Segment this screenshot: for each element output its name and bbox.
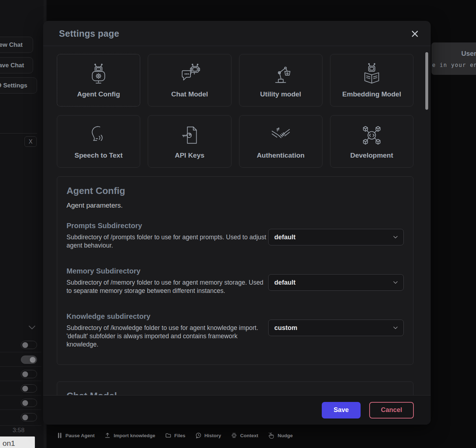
robot-book-icon (361, 62, 383, 86)
history-clock-icon (195, 432, 202, 439)
knowledge-subdirectory-select[interactable]: custom (268, 320, 404, 336)
history-button[interactable]: History (195, 432, 221, 439)
nav-card-label: Development (350, 151, 393, 159)
chevron-down-icon (393, 281, 398, 284)
close-icon[interactable] (409, 28, 421, 40)
save-chat-button[interactable]: ave Chat (0, 57, 33, 73)
toggle-row (0, 338, 41, 352)
toggle-switch[interactable] (21, 341, 37, 349)
chat-robot-icon (178, 62, 201, 86)
nudge-button[interactable]: Nudge (268, 432, 293, 439)
section-subtitle: Agent parameters. (67, 202, 404, 209)
robot-arm-icon (270, 62, 292, 86)
nav-card-development[interactable]: Development (330, 115, 413, 168)
nav-card-label: Agent Config (77, 90, 120, 98)
nav-card-embedding-model[interactable]: Embedding Model (330, 54, 413, 107)
modal-scrollbar-thumb[interactable] (425, 52, 428, 110)
section-fields: Prompts Subdirectory Subdirectory of /pr… (67, 222, 404, 349)
chevron-down-icon (393, 236, 398, 239)
nav-card-label: Utility model (260, 90, 301, 98)
settings-nav-grid: Agent Config (57, 54, 413, 168)
toggle-row (0, 381, 41, 395)
select-value: default (274, 234, 296, 241)
select-value: custom (274, 324, 297, 332)
robot-config-icon (87, 62, 110, 86)
nav-card-agent-config[interactable]: Agent Config (57, 54, 140, 107)
toggle-knob (22, 386, 28, 392)
gear-icon: ⚙ (0, 82, 2, 89)
sidebar: ew Chat ave Chat ⚙ Settings X (0, 0, 47, 448)
speech-face-icon (87, 123, 110, 147)
nav-card-chat-model[interactable]: Chat Model (148, 54, 231, 107)
modal-content: Agent Config (43, 46, 431, 395)
toggle-switch[interactable] (21, 370, 37, 378)
field-description: Subdirectory of /prompts folder to use f… (67, 233, 268, 250)
pause-agent-button[interactable]: Pause Agent (57, 432, 95, 439)
upload-icon (104, 432, 111, 439)
section-agent-config: Agent Config Agent parameters. Prompts S… (57, 176, 413, 365)
bottom-toolbar: Pause Agent Import knowledge Files Histo… (57, 430, 293, 440)
toggle-row (0, 367, 41, 381)
new-chat-label: ew Chat (0, 41, 23, 49)
nav-card-label: Authentication (257, 151, 305, 159)
toggle-switch[interactable] (21, 384, 37, 393)
context-icon (231, 432, 237, 439)
field-label: Knowledge subdirectory (67, 312, 268, 321)
app-root: ew Chat ave Chat ⚙ Settings X (0, 0, 476, 448)
field-text: Prompts Subdirectory Subdirectory of /pr… (67, 222, 268, 250)
import-knowledge-label: Import knowledge (114, 433, 155, 438)
message-snippet: e in your en (432, 62, 476, 68)
field-knowledge-subdirectory: Knowledge subdirectory Subdirectory of /… (67, 312, 404, 349)
nudge-label: Nudge (278, 433, 293, 438)
chevron-down-icon[interactable] (28, 325, 36, 331)
field-label: Prompts Subdirectory (67, 222, 268, 230)
sidebar-close-button[interactable]: X (24, 136, 37, 147)
field-label: Memory Subdirectory (67, 267, 268, 275)
sidebar-divider (0, 133, 37, 134)
context-label: Context (240, 433, 258, 438)
select-value: default (274, 279, 296, 286)
nav-card-label: API Keys (175, 151, 204, 159)
folder-icon (165, 432, 171, 439)
status-time: 3:58 (13, 427, 24, 434)
handshake-icon (270, 123, 292, 147)
files-label: Files (174, 433, 186, 438)
memory-subdirectory-select[interactable]: default (268, 274, 404, 291)
nav-card-authentication[interactable]: Authentication (239, 115, 322, 168)
files-button[interactable]: Files (165, 432, 186, 439)
cancel-button[interactable]: Cancel (369, 402, 414, 418)
section-title: Chat Model (67, 390, 404, 395)
save-chat-label: ave Chat (0, 62, 24, 69)
new-chat-button[interactable]: ew Chat (0, 37, 33, 53)
prompts-subdirectory-select[interactable]: default (268, 229, 404, 245)
status-tooltip: on1 (0, 436, 35, 448)
field-description: Subdirectory of /memory folder to use fo… (67, 279, 268, 295)
hand-click-icon (268, 432, 275, 439)
chevron-down-icon (393, 326, 398, 329)
toggle-knob (22, 371, 28, 377)
modal-header: Settings page (43, 21, 431, 46)
save-button[interactable]: Save (322, 402, 361, 418)
field-prompts-subdirectory: Prompts Subdirectory Subdirectory of /pr… (67, 222, 404, 250)
settings-label: Settings (3, 82, 27, 89)
import-knowledge-button[interactable]: Import knowledge (104, 432, 155, 439)
settings-button[interactable]: ⚙ Settings (0, 77, 37, 94)
toggle-switch[interactable] (21, 356, 37, 364)
nav-card-speech-to-text[interactable]: Speech to Text (57, 115, 140, 168)
code-cubes-icon (361, 123, 383, 147)
pause-icon (57, 432, 63, 439)
nav-card-label: Speech to Text (74, 151, 123, 159)
pause-agent-label: Pause Agent (65, 433, 95, 438)
section-chat-model: Chat Model (57, 381, 413, 395)
nav-card-utility-model[interactable]: Utility model (239, 54, 322, 107)
toggle-knob (30, 357, 36, 363)
toggle-knob (22, 400, 28, 406)
history-label: History (205, 433, 221, 438)
toggle-switch[interactable] (21, 413, 37, 421)
message-author: User (461, 50, 476, 58)
context-button[interactable]: Context (231, 432, 258, 439)
toggle-switch[interactable] (21, 399, 37, 407)
user-message-bubble: User e in your en (431, 42, 476, 75)
nav-card-api-keys[interactable]: API Keys (148, 115, 231, 168)
sidebar-close-label: X (29, 139, 33, 145)
